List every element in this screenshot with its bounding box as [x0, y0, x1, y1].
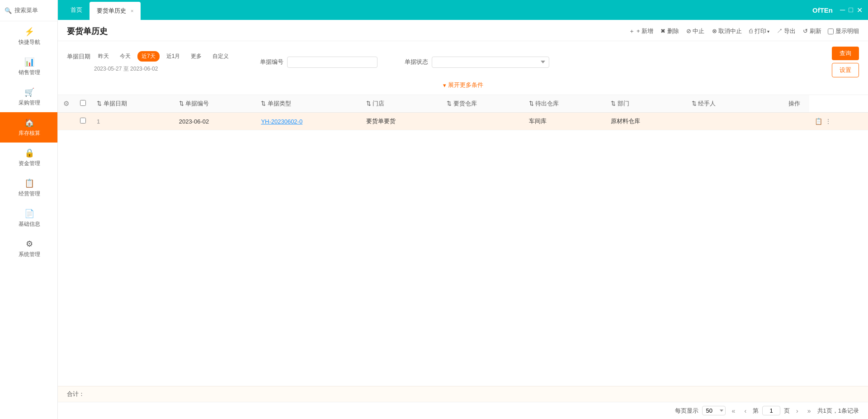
- filter-area: 单据日期 昨天今天近7天近1月更多自定义 2023-05-27 至 2023-0…: [58, 41, 868, 95]
- sidebar-item-sales[interactable]: 📊销售管理: [0, 52, 57, 82]
- search-icon: 🔍: [5, 7, 12, 14]
- date-option-btn[interactable]: 昨天: [94, 51, 113, 62]
- toolbar: ＋ + 新增 ✖ 删除 ⊘ 中止 ⊗ 取消中止 ⎙ 打印 ▾ ↗ 导出: [628, 25, 859, 37]
- inventory-icon: 🏠: [24, 118, 34, 128]
- pagination-bar: 每页显示 50100200 « ‹ 第 页 › » 共1页，1条记录: [58, 402, 868, 419]
- store: [441, 113, 524, 130]
- date-options: 昨天今天近7天近1月更多自定义: [94, 51, 233, 62]
- doc-type: 要货单要货: [361, 113, 441, 130]
- page-size-select[interactable]: 50100200: [702, 406, 726, 415]
- col-header-department[interactable]: ⇅ 部门: [605, 95, 686, 113]
- doc-no: YH-20230602-0: [255, 113, 360, 130]
- doc-no-link[interactable]: YH-20230602-0: [261, 118, 302, 125]
- last-page-button[interactable]: »: [805, 406, 814, 415]
- maximize-button[interactable]: □: [849, 6, 853, 14]
- page-header: 要货单历史 ＋ + 新增 ✖ 删除 ⊘ 中止 ⊗ 取消中止 ⎙ 打印 ▾: [58, 20, 868, 41]
- edit-icon[interactable]: 📋: [815, 118, 822, 125]
- prev-page-button[interactable]: ‹: [741, 406, 749, 415]
- page-input[interactable]: [762, 406, 780, 415]
- footer-total-label: 合计：: [67, 390, 85, 398]
- sidebar-search[interactable]: 🔍 搜索菜单: [0, 0, 57, 21]
- col-header-req_warehouse[interactable]: ⇅ 要货仓库: [441, 95, 524, 113]
- print-button[interactable]: ⎙ 打印 ▾: [748, 25, 770, 37]
- tab-active[interactable]: 要货单历史 ×: [90, 2, 141, 20]
- sidebar-search-label: 搜索菜单: [14, 6, 38, 14]
- table-header: ⚙⇅ 单据日期⇅ 单据编号⇅ 单据类型⇅ 门店⇅ 要货仓库⇅ 待出仓库⇅ 部门⇅…: [58, 95, 868, 113]
- expand-icon: ▾: [443, 82, 446, 89]
- table-footer: 合计：: [58, 386, 868, 402]
- delete-button[interactable]: ✖ 删除: [660, 25, 680, 37]
- row-index: 1: [91, 113, 174, 130]
- table-container: ⚙⇅ 单据日期⇅ 单据编号⇅ 单据类型⇅ 门店⇅ 要货仓库⇅ 待出仓库⇅ 部门⇅…: [58, 95, 868, 386]
- status-select[interactable]: [432, 57, 549, 68]
- sidebar-item-operations[interactable]: 📋经营管理: [0, 173, 57, 203]
- export-button[interactable]: ↗ 导出: [776, 25, 797, 37]
- col-header-store[interactable]: ⇅ 门店: [361, 95, 441, 113]
- settings-button[interactable]: 设置: [832, 63, 859, 77]
- sidebar-item-system[interactable]: ⚙系统管理: [0, 233, 57, 264]
- expand-more-button[interactable]: ▾ 展开更多条件: [443, 81, 483, 89]
- date-filter-label: 单据日期: [67, 52, 90, 61]
- query-button[interactable]: 查询: [832, 47, 859, 60]
- content-area: 要货单历史 ＋ + 新增 ✖ 删除 ⊘ 中止 ⊗ 取消中止 ⎙ 打印 ▾: [58, 20, 868, 419]
- sidebar-item-basic[interactable]: 📄基础信息: [0, 203, 57, 233]
- close-button[interactable]: ✕: [857, 6, 863, 14]
- gear-icon[interactable]: ⚙: [63, 100, 69, 107]
- operations-icon: 📋: [24, 178, 34, 188]
- date-option-btn[interactable]: 自定义: [208, 51, 233, 62]
- date-option-btn[interactable]: 近1月: [162, 51, 184, 62]
- main-area: 首页 要货单历史 × OfTEn ─ □ ✕ 要货单历史 ＋ + 新增 ✖ 删除: [58, 0, 868, 419]
- date-option-btn[interactable]: 更多: [187, 51, 206, 62]
- print-dropdown-icon: ▾: [767, 29, 769, 34]
- tab-close-icon[interactable]: ×: [131, 8, 133, 14]
- select-all-checkbox[interactable]: [80, 100, 86, 106]
- department: [686, 113, 757, 130]
- display-detail-checkbox[interactable]: 显示明细: [828, 27, 859, 35]
- cancel-suspend-button[interactable]: ⊗ 取消中止: [711, 25, 743, 37]
- sidebar-item-label: 资金管理: [19, 160, 40, 167]
- tab-home[interactable]: 首页: [63, 0, 90, 20]
- new-button[interactable]: ＋ + 新增: [628, 25, 654, 37]
- more-icon[interactable]: ⋮: [825, 118, 831, 125]
- col-header-handler[interactable]: ⇅ 经手人: [686, 95, 757, 113]
- col-header-pending_warehouse[interactable]: ⇅ 待出仓库: [524, 95, 606, 113]
- brand-label: OfTEn: [812, 6, 833, 14]
- filter-row-1: 单据日期 昨天今天近7天近1月更多自定义 2023-05-27 至 2023-0…: [67, 47, 859, 77]
- date-option-btn[interactable]: 近7天: [137, 51, 160, 62]
- col-header-doc_no[interactable]: ⇅ 单据编号: [174, 95, 256, 113]
- table-row: 12023-06-02YH-20230602-0要货单要货车间库原材料仓库 📋 …: [58, 113, 868, 130]
- sidebar-item-inventory[interactable]: 🏠库存核算: [0, 112, 57, 143]
- sidebar-item-quick-nav[interactable]: ⚡快捷导航: [0, 21, 57, 52]
- doc-no-input[interactable]: [287, 57, 377, 68]
- sidebar-item-label: 基础信息: [19, 220, 40, 228]
- page-size-label: 每页显示: [675, 407, 698, 415]
- col-header-doc_date[interactable]: ⇅ 单据日期: [91, 95, 174, 113]
- page-title: 要货单历史: [67, 26, 108, 37]
- purchase-icon: 🛒: [24, 87, 34, 97]
- total-info: 共1页，1条记录: [817, 407, 859, 415]
- refresh-button[interactable]: ↺ 刷新: [802, 25, 822, 37]
- row-checkbox[interactable]: [80, 118, 86, 124]
- table-body: 12023-06-02YH-20230602-0要货单要货车间库原材料仓库 📋 …: [58, 113, 868, 130]
- sidebar-item-finance[interactable]: 🔒资金管理: [0, 143, 57, 173]
- display-detail-input[interactable]: [828, 29, 834, 34]
- tab-home-label: 首页: [71, 6, 82, 14]
- sidebar-item-label: 经营管理: [19, 190, 40, 198]
- row-checkbox-cell: [75, 113, 91, 130]
- quick-nav-icon: ⚡: [24, 27, 34, 37]
- req-warehouse: 车间库: [524, 113, 606, 130]
- next-page-button[interactable]: ›: [793, 406, 801, 415]
- sidebar-item-label: 销售管理: [19, 69, 40, 76]
- action-cell: 📋 ⋮: [809, 113, 868, 130]
- row-settings: [58, 113, 75, 130]
- sidebar-item-purchase[interactable]: 🛒采购管理: [0, 82, 57, 112]
- sidebar-item-label: 采购管理: [19, 99, 40, 107]
- col-header-doc_type[interactable]: ⇅ 单据类型: [255, 95, 360, 113]
- first-page-button[interactable]: «: [729, 406, 738, 415]
- suspend-button[interactable]: ⊘ 中止: [685, 25, 706, 37]
- minimize-button[interactable]: ─: [840, 6, 845, 14]
- date-option-btn[interactable]: 今天: [116, 51, 135, 62]
- goto-suffix: 页: [784, 407, 790, 415]
- sidebar-item-label: 库存核算: [19, 129, 40, 137]
- handler: [756, 113, 809, 130]
